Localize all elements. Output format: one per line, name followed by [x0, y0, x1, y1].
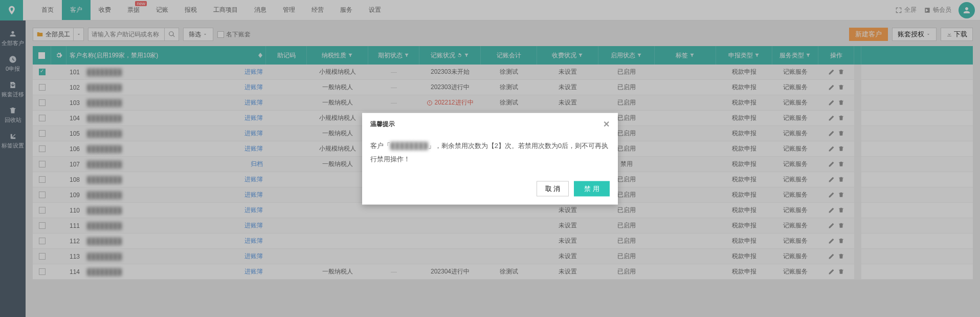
close-icon[interactable]: ✕ [603, 119, 610, 129]
cancel-button[interactable]: 取 消 [537, 181, 569, 196]
warning-modal: 温馨提示 ✕ 客户「████████」，剩余禁用次数为【2】次。若禁用次数为0后… [362, 113, 618, 204]
modal-title: 温馨提示 [370, 119, 395, 128]
confirm-disable-button[interactable]: 禁 用 [574, 181, 610, 196]
modal-body: 客户「████████」，剩余禁用次数为【2】次。若禁用次数为0后，则不可再执行… [362, 135, 618, 176]
